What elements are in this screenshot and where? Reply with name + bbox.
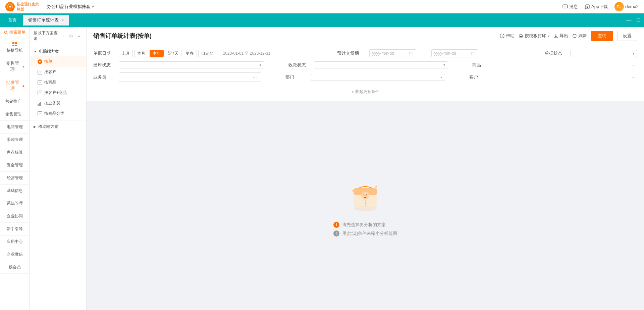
sidebar-item-wechat[interactable]: 企业微信 xyxy=(0,248,29,261)
sidebar-item-system[interactable]: 系统管理 xyxy=(0,197,29,210)
date-btn-last7[interactable]: 近7天 xyxy=(165,50,181,57)
app-download-action[interactable]: App下载 xyxy=(585,4,608,10)
download-icon xyxy=(585,4,590,9)
sidebar-item-finance[interactable]: 资金管理 xyxy=(0,159,29,172)
sidebar-item-retail[interactable]: 零售管理 ▼ xyxy=(0,57,29,76)
salesman-input[interactable]: ··· xyxy=(119,72,261,82)
delivery-date-start-input[interactable]: yyyy-mm-dd xyxy=(369,49,416,57)
sidebar-item-marketing[interactable]: 营销推广 xyxy=(0,95,29,108)
svg-line-4 xyxy=(7,33,8,34)
header-right: 消息 App下载 Ea demo2 xyxy=(562,2,639,11)
delivery-status-select[interactable]: ▾ xyxy=(119,61,264,68)
date-btn-custom[interactable]: 自定义 xyxy=(198,50,216,57)
desktop-scheme-group: ▼ 电脑端方案 ● 按单 ≡ 按客户 ≡ 按商品 xyxy=(30,45,86,120)
grid-icon: ≡ xyxy=(38,70,42,74)
filter-block: 单据日期 上月 本月 本年 近7天 更多 自定义 2023-01-01 至 20… xyxy=(87,45,644,101)
svg-text:★: ★ xyxy=(352,189,354,192)
scheme-item-by-salesman[interactable]: 按业务员 xyxy=(30,98,86,108)
svg-rect-12 xyxy=(520,36,522,37)
refresh-button[interactable]: 刷新 xyxy=(572,33,587,39)
sidebar-item-nav[interactable]: 快捷导航 xyxy=(0,38,29,57)
user-profile[interactable]: Ea demo2 xyxy=(614,2,639,11)
sidebar-item-member[interactable]: 畅会员 xyxy=(0,261,29,274)
message-action[interactable]: 消息 xyxy=(562,4,578,10)
scheme-settings-button[interactable]: ⚙ xyxy=(68,33,74,39)
collapse-button[interactable]: ∧ 收起更多条件 xyxy=(352,89,379,95)
filter-row-date: 单据日期 上月 本月 本年 近7天 更多 自定义 2023-01-01 至 20… xyxy=(93,49,637,57)
grid-icon: ≡ xyxy=(38,80,42,85)
product-dots-button[interactable]: ··· xyxy=(630,62,637,68)
tab-sales-order-stats[interactable]: 销售订单统计表 × xyxy=(23,15,69,25)
mobile-scheme-group: ▶ 移动端方案 xyxy=(30,120,86,133)
svg-rect-6 xyxy=(15,42,17,44)
sidebar-item-ecommerce[interactable]: 电商管理 xyxy=(0,121,29,134)
store-selector[interactable]: 办公用品行业模拟账套 ▾ xyxy=(47,4,94,10)
sidebar-item-wholesale[interactable]: 批发管理 ▲ xyxy=(0,76,29,95)
calendar-icon xyxy=(471,51,475,55)
scheme-item-by-order[interactable]: ● 按单 xyxy=(30,56,86,67)
sidebar-item-apps[interactable]: 应用中心 xyxy=(0,236,29,248)
export-button[interactable]: 导出 xyxy=(553,33,568,39)
template-print-button[interactable]: 按模板打印 ▾ xyxy=(519,33,549,39)
salesman-dots-button[interactable]: ··· xyxy=(251,74,258,80)
dept-select[interactable]: ▾ xyxy=(311,74,445,81)
delivery-date-end-input[interactable]: yyyy-mm-dd xyxy=(431,49,478,57)
svg-rect-7 xyxy=(12,45,14,46)
header-left: 畅捷通好生意 标版 办公用品行业模拟账套 ▾ xyxy=(5,2,94,11)
svg-text:?: ? xyxy=(501,35,503,38)
query-button[interactable]: 查询 xyxy=(591,31,613,41)
sidebar-item-purchase[interactable]: 采购管理 xyxy=(0,134,29,146)
title-actions: ? 帮助 按模板打印 ▾ xyxy=(500,31,637,41)
scheme-panel-header: 按以下方案查询 + ⚙ « xyxy=(30,27,86,45)
sidebar-item-ops[interactable]: 经营管理 xyxy=(0,172,29,185)
scheme-item-by-customer[interactable]: ≡ 按客户 xyxy=(30,67,86,77)
chevron-down-icon: ▼ xyxy=(22,65,25,68)
mobile-group-header[interactable]: ▶ 移动端方案 xyxy=(30,122,86,132)
date-separator: — xyxy=(422,51,426,56)
filter-row-status: 出库状态 ▾ 收款状态 ▾ 商品 ··· xyxy=(93,61,637,68)
logo-area: 畅捷通好生意 标版 xyxy=(5,2,39,11)
scheme-panel: 按以下方案查询 + ⚙ « ▼ 电脑端方案 ● 按单 ≡ 按客户 xyxy=(30,27,87,310)
svg-point-25 xyxy=(361,192,369,200)
empty-state: ★ ★ 1 请先选择要分析的方案 2 用[过滤]条件来缩小分析范围 xyxy=(87,101,644,310)
dot-icon: ● xyxy=(38,59,42,64)
date-btn-more[interactable]: 更多 xyxy=(183,50,197,57)
sidebar-item-sales[interactable]: 销售管理 xyxy=(0,108,29,121)
scheme-item-by-cust-prod[interactable]: ≡ 按客户+商品 xyxy=(30,88,86,98)
window-maximize-icon[interactable]: □ xyxy=(635,16,641,24)
chevron-up-icon: ▲ xyxy=(22,84,25,88)
sidebar-search[interactable]: 搜索菜单 xyxy=(0,27,29,38)
main-layout: 搜索菜单 快捷导航 零售管理 ▼ 批发管理 ▲ 营销推广 销售管理 电商管理 xyxy=(0,27,644,310)
desktop-group-header[interactable]: ▼ 电脑端方案 xyxy=(30,47,86,56)
empty-tip-1: 1 请先选择要分析的方案 xyxy=(333,222,397,228)
sidebar-item-newbie[interactable]: 新手引导 xyxy=(0,223,29,236)
settings-button[interactable]: 设置 xyxy=(617,31,637,41)
tab-close-icon[interactable]: × xyxy=(61,18,64,22)
scheme-item-by-category[interactable]: ≡ 按商品分类 xyxy=(30,108,86,119)
bill-status-select[interactable]: ▾ xyxy=(570,50,637,57)
empty-illustration: ★ ★ xyxy=(345,175,385,215)
date-btn-this-month[interactable]: 本月 xyxy=(134,50,148,57)
window-minimize-icon[interactable]: — xyxy=(625,16,633,24)
help-button[interactable]: ? 帮助 xyxy=(500,33,515,39)
sidebar-item-basic[interactable]: 基础信息 xyxy=(0,185,29,197)
sidebar-item-corp[interactable]: 企业协同 xyxy=(0,210,29,223)
chevron-down-icon: ▾ xyxy=(443,63,445,67)
print-icon xyxy=(519,34,523,38)
tab-bar-right: — □ xyxy=(625,16,641,24)
svg-text:★: ★ xyxy=(375,185,378,188)
scheme-collapse-button[interactable]: « xyxy=(76,33,82,39)
chevron-down-icon: ▾ xyxy=(440,75,442,79)
tab-home[interactable]: 首页 xyxy=(3,15,22,25)
sidebar-item-inventory[interactable]: 库存核算 xyxy=(0,146,29,159)
export-icon xyxy=(553,34,558,38)
template-print-chevron-icon: ▾ xyxy=(548,34,549,38)
date-btn-this-year[interactable]: 本年 xyxy=(150,50,164,57)
customer-dots-button[interactable]: ··· xyxy=(630,74,637,80)
help-icon: ? xyxy=(500,34,504,38)
scheme-add-button[interactable]: + xyxy=(60,33,66,39)
scheme-item-by-product[interactable]: ≡ 按商品 xyxy=(30,77,86,88)
chevron-down-icon: ▾ xyxy=(633,52,634,55)
receipt-status-select[interactable]: ▾ xyxy=(314,61,448,68)
date-btn-last-month[interactable]: 上月 xyxy=(119,50,133,57)
